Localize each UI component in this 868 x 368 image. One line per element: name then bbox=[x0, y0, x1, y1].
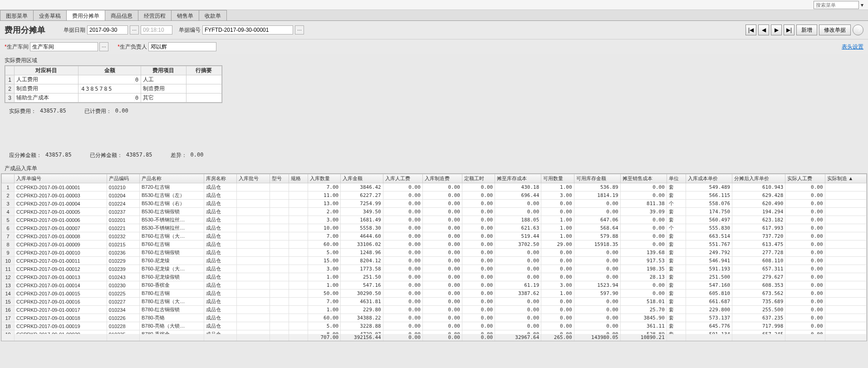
new-button[interactable]: 新增 bbox=[796, 25, 817, 35]
cell[interactable]: 0.00 bbox=[422, 232, 462, 240]
col-header[interactable]: 产品名称 bbox=[140, 174, 204, 183]
cell[interactable]: 0.00 bbox=[422, 257, 462, 265]
cell[interactable]: 0.00 bbox=[785, 191, 825, 200]
cell[interactable]: 0.00 bbox=[785, 281, 825, 289]
cell[interactable]: 010227 bbox=[107, 298, 139, 306]
cell[interactable]: 0.00 bbox=[462, 314, 495, 322]
cell[interactable]: B780-亮铬（大锁… bbox=[140, 322, 204, 330]
cell[interactable]: 5558.30 bbox=[341, 224, 383, 232]
cell[interactable]: 430.18 bbox=[495, 183, 541, 191]
cell[interactable] bbox=[289, 298, 308, 306]
cell[interactable]: 696.44 bbox=[495, 191, 541, 200]
cell[interactable]: 010230 bbox=[107, 281, 139, 289]
cell[interactable] bbox=[237, 249, 270, 257]
cell[interactable]: B760-红古铜 bbox=[140, 240, 204, 249]
cell[interactable]: 010215 bbox=[107, 240, 139, 249]
cell[interactable]: 0.00 bbox=[541, 273, 574, 281]
cell[interactable]: 194.294 bbox=[732, 208, 785, 216]
cell[interactable]: 5.00 bbox=[308, 322, 341, 330]
cell[interactable]: 661.687 bbox=[686, 298, 732, 306]
cell[interactable]: 518.01 bbox=[620, 298, 667, 306]
cell[interactable]: 0.00 bbox=[383, 191, 422, 200]
cell[interactable]: 0.00 bbox=[462, 216, 495, 224]
cell[interactable] bbox=[825, 191, 866, 200]
cell[interactable] bbox=[270, 257, 289, 265]
cell[interactable]: 0.00 bbox=[383, 200, 422, 208]
cell[interactable]: 0.00 bbox=[574, 298, 620, 306]
cell[interactable]: 010232 bbox=[107, 232, 139, 240]
cell[interactable]: 0.00 bbox=[383, 216, 422, 224]
cell[interactable]: 60.00 bbox=[308, 314, 341, 322]
cell[interactable]: 0.00 bbox=[620, 191, 667, 200]
cell[interactable]: 15.00 bbox=[308, 257, 341, 265]
cell[interactable]: 成品仓 bbox=[204, 314, 237, 322]
cell[interactable]: 629.428 bbox=[732, 191, 785, 200]
cell[interactable]: 0.00 bbox=[785, 273, 825, 281]
cell[interactable]: 558.076 bbox=[686, 200, 732, 208]
cell[interactable]: 608.110 bbox=[732, 257, 785, 265]
cell[interactable]: 6 bbox=[2, 224, 15, 232]
cell[interactable]: 555.830 bbox=[686, 224, 732, 232]
cell[interactable]: 0.00 bbox=[785, 216, 825, 224]
cell[interactable]: 成品仓 bbox=[204, 265, 237, 273]
cell[interactable]: 套 bbox=[667, 273, 686, 281]
cell[interactable]: 3.00 bbox=[308, 216, 341, 224]
cell[interactable]: 7 bbox=[2, 232, 15, 240]
cell[interactable]: 0.00 bbox=[422, 249, 462, 257]
cell[interactable]: 0.00 bbox=[462, 322, 495, 330]
cell[interactable]: 1.00 bbox=[308, 281, 341, 289]
cell[interactable]: 139.68 bbox=[620, 249, 667, 257]
exp-subject[interactable]: 人工费用 bbox=[15, 75, 78, 84]
cell[interactable]: 617.993 bbox=[732, 224, 785, 232]
cell[interactable]: 8 bbox=[2, 240, 15, 249]
cell[interactable]: 0.00 bbox=[383, 232, 422, 240]
prev-record-button[interactable]: ◀ bbox=[758, 25, 769, 35]
cell[interactable]: 0.00 bbox=[422, 224, 462, 232]
cell[interactable]: B760-尼龙镍 bbox=[140, 257, 204, 265]
cell[interactable]: 579.88 bbox=[574, 232, 620, 240]
cell[interactable]: 成品仓 bbox=[204, 232, 237, 240]
col-header[interactable]: 入库制造费 bbox=[422, 174, 462, 183]
detail-grid[interactable]: 入库单编号产品编码产品名称库房名称入库批号型号规格入库数量入库金额入库人工费入库… bbox=[1, 173, 867, 341]
cell[interactable]: 1.00 bbox=[541, 183, 574, 191]
next-record-button[interactable]: ▶ bbox=[771, 25, 782, 35]
cell[interactable]: 0.00 bbox=[574, 200, 620, 208]
cell[interactable]: 14 bbox=[2, 289, 15, 298]
cell[interactable] bbox=[270, 265, 289, 273]
cell[interactable]: 0.00 bbox=[495, 298, 541, 306]
cell[interactable]: 010221 bbox=[107, 224, 139, 232]
cell[interactable]: 349.50 bbox=[341, 208, 383, 216]
cell[interactable]: 811.38 bbox=[620, 200, 667, 208]
cell[interactable]: 套 bbox=[667, 289, 686, 298]
cell[interactable]: 0.00 bbox=[462, 249, 495, 257]
first-record-button[interactable]: |◀ bbox=[745, 25, 756, 35]
cell[interactable]: 0.00 bbox=[422, 273, 462, 281]
cell[interactable]: 0.00 bbox=[383, 322, 422, 330]
tab-4[interactable]: 经营历程 bbox=[138, 10, 172, 20]
cell[interactable] bbox=[270, 240, 289, 249]
col-header[interactable]: 库房名称 bbox=[204, 174, 237, 183]
cell[interactable]: 13 bbox=[2, 281, 15, 289]
cell[interactable]: 2.00 bbox=[308, 208, 341, 216]
cell[interactable]: 0.00 bbox=[574, 208, 620, 216]
cell[interactable]: 551.767 bbox=[686, 240, 732, 249]
col-header[interactable]: 规格 bbox=[289, 174, 308, 183]
cell[interactable]: 8204.12 bbox=[341, 257, 383, 265]
exp-amount[interactable]: 0 bbox=[78, 93, 141, 103]
cell[interactable]: 4631.81 bbox=[341, 298, 383, 306]
cell[interactable]: 1248.96 bbox=[341, 249, 383, 257]
cell[interactable]: CCPRKD-2017-09-01-00008 bbox=[15, 232, 107, 240]
cell[interactable]: 251.50 bbox=[341, 273, 383, 281]
cell[interactable]: 0.00 bbox=[495, 314, 541, 322]
cell[interactable]: 成品仓 bbox=[204, 298, 237, 306]
exp-item[interactable]: 制造费用 bbox=[141, 84, 186, 93]
cell[interactable] bbox=[237, 306, 270, 314]
cell[interactable] bbox=[825, 216, 866, 224]
cell[interactable]: 34388.22 bbox=[341, 314, 383, 322]
cell[interactable]: 10.00 bbox=[308, 224, 341, 232]
cell[interactable]: CCPRKD-2017-09-01-00009 bbox=[15, 240, 107, 249]
cell[interactable] bbox=[825, 281, 866, 289]
cell[interactable]: 010243 bbox=[107, 273, 139, 281]
cell[interactable]: 229.80 bbox=[341, 306, 383, 314]
cell[interactable]: 50.00 bbox=[308, 289, 341, 298]
